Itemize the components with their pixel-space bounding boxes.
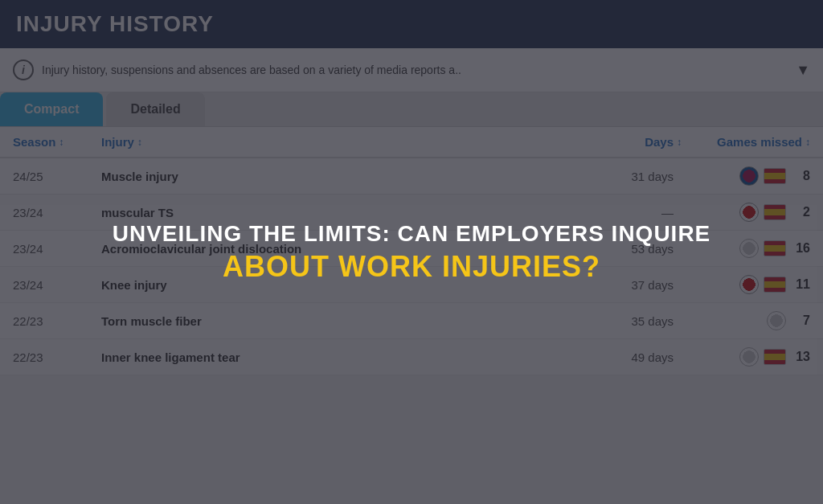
cell-season: 22/23	[13, 350, 101, 364]
cell-injury: Inner knee ligament tear	[101, 350, 585, 364]
tab-detailed[interactable]: Detailed	[106, 92, 204, 126]
injury-table: Season ↕ Injury ↕ Days ↕ Games missed ↕ …	[0, 127, 823, 375]
club-badge-icon	[739, 203, 759, 222]
cell-injury: Torn muscle fiber	[101, 314, 585, 328]
col-header-season[interactable]: Season ↕	[13, 135, 101, 149]
cell-games: 11	[682, 275, 810, 294]
cell-days: 49 days	[585, 350, 682, 364]
cell-games: 7	[682, 311, 810, 330]
cell-injury: Muscle injury	[101, 170, 585, 183]
info-icon: i	[13, 59, 34, 80]
col-days-label: Days	[645, 135, 674, 149]
table-row: 23/24 Acromioclavicular joint dislocatio…	[0, 231, 823, 267]
col-injury-label: Injury	[101, 135, 134, 149]
games-missed-count: 11	[791, 277, 810, 292]
flag-spain-icon	[764, 277, 786, 293]
col-injury-sort-icon: ↕	[137, 137, 142, 148]
cell-injury: muscular TS	[101, 206, 585, 219]
cell-games: 13	[682, 347, 810, 367]
info-chevron-icon[interactable]: ▼	[796, 62, 810, 79]
club-badge-icon	[739, 239, 759, 258]
table-row: 23/24 muscular TS — 2	[0, 195, 823, 231]
cell-games: 8	[682, 166, 810, 186]
cell-days: —	[585, 206, 682, 219]
col-header-days[interactable]: Days ↕	[585, 135, 682, 149]
cell-days: 53 days	[585, 242, 682, 256]
cell-games: 16	[682, 239, 810, 258]
page-header: INJURY HISTORY	[0, 0, 823, 48]
cell-days: 31 days	[585, 170, 682, 183]
club-badge-icon	[767, 311, 786, 330]
info-text: Injury history, suspensions and absences…	[42, 64, 461, 76]
games-missed-count: 8	[791, 169, 810, 183]
cell-season: 23/24	[13, 242, 101, 256]
tab-detailed-label: Detailed	[130, 102, 180, 116]
col-season-label: Season	[13, 135, 55, 149]
flag-spain-icon	[764, 168, 786, 184]
table-row: 23/24 Knee injury 37 days 11	[0, 267, 823, 303]
col-header-games[interactable]: Games missed ↕	[682, 135, 810, 149]
table-header-row: Season ↕ Injury ↕ Days ↕ Games missed ↕	[0, 127, 823, 158]
info-bar-content: i Injury history, suspensions and absenc…	[13, 59, 461, 80]
games-missed-count: 16	[791, 241, 810, 256]
cell-season: 23/24	[13, 206, 101, 219]
cell-injury: Acromioclavicular joint dislocation	[101, 242, 585, 256]
col-season-sort-icon: ↕	[59, 137, 63, 148]
table-row: 22/23 Torn muscle fiber 35 days 7	[0, 303, 823, 339]
cell-injury: Knee injury	[101, 278, 585, 292]
cell-season: 22/23	[13, 314, 101, 328]
cell-days: 35 days	[585, 314, 682, 328]
col-games-sort-icon: ↕	[805, 137, 810, 148]
games-missed-count: 7	[791, 313, 810, 328]
tabs-container: Compact Detailed	[0, 92, 823, 127]
cell-days: 37 days	[585, 278, 682, 292]
info-bar: i Injury history, suspensions and absenc…	[0, 48, 823, 92]
flag-spain-icon	[764, 349, 786, 365]
page-title: INJURY HISTORY	[16, 11, 214, 37]
cell-games: 2	[682, 203, 810, 222]
club-badge-icon	[739, 275, 759, 294]
flag-spain-icon	[764, 204, 786, 220]
col-games-label: Games missed	[717, 135, 802, 149]
cell-season: 23/24	[13, 278, 101, 292]
tab-compact[interactable]: Compact	[0, 92, 103, 126]
table-row: 22/23 Inner knee ligament tear 49 days 1…	[0, 339, 823, 375]
games-missed-count: 2	[791, 205, 810, 219]
col-header-injury[interactable]: Injury ↕	[101, 135, 585, 149]
cell-season: 24/25	[13, 170, 101, 183]
table-body: 24/25 Muscle injury 31 days 8 23/24 musc…	[0, 158, 823, 375]
club-badge-icon	[739, 347, 759, 367]
games-missed-count: 13	[791, 350, 810, 364]
flag-spain-icon	[764, 240, 786, 256]
club-badge-icon	[739, 166, 759, 186]
table-row: 24/25 Muscle injury 31 days 8	[0, 158, 823, 195]
tab-compact-label: Compact	[24, 102, 79, 116]
